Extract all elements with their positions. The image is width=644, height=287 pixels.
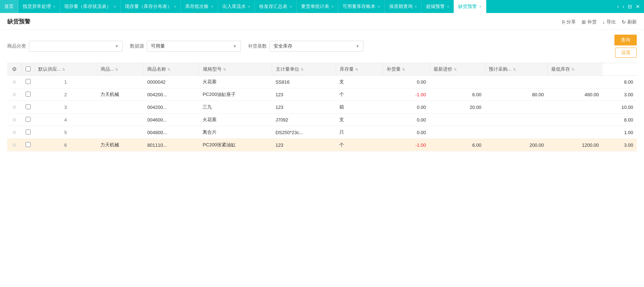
datasource-select[interactable]: 可用量 ▼: [147, 41, 241, 52]
nav-tab-6-close[interactable]: ×: [290, 4, 292, 9]
nav-tab-2[interactable]: 现存量（库存状况表） ×: [60, 0, 120, 13]
nav-tab-3-label: 现存量（库存分布表）: [125, 3, 172, 10]
row-checkbox[interactable]: [26, 79, 31, 84]
nav-tab-5[interactable]: 出入库流水 ×: [218, 0, 255, 13]
th-product-code: 商品... ⇅: [97, 63, 144, 76]
top-nav-bar: 首页 拣货异常处理 × 现存量（库存状况表） × 现存量（库存分布表） × 库存…: [0, 0, 644, 13]
table-row: ⚙ 2力天机械 004200... PC200油缸座子 123 个 -1.00 …: [7, 88, 637, 101]
th-spec-sort[interactable]: 规格型号 ⇅: [203, 66, 268, 72]
export-link[interactable]: ↓ 导出: [602, 19, 616, 25]
th-min-stock-sort[interactable]: 最低库存 ⇅: [551, 66, 599, 72]
th-stock-label: 库存量: [340, 66, 354, 72]
restock-label: 补货: [587, 19, 597, 25]
cell-restock-qty: 6.00: [430, 139, 485, 151]
restock-basis-chevron-icon: ▼: [356, 44, 360, 48]
row-checkbox[interactable]: [26, 104, 31, 109]
row-check-cell: [22, 139, 34, 151]
table-row: ⚙ 1 0000042 火花塞 SS816 支 0.00 8.00: [7, 76, 637, 88]
row-checkbox[interactable]: [26, 92, 31, 97]
nav-tab-8-label: 可用量库存账本: [343, 3, 375, 10]
th-stock-sort[interactable]: 库存量 ⇅: [340, 66, 379, 72]
nav-tab-10-close[interactable]: ×: [447, 4, 449, 9]
nav-tab-6-label: 收发存汇总表: [259, 3, 287, 10]
cell-min-stock: 8.00: [602, 76, 637, 88]
nav-tab-3[interactable]: 现存量（库存分布表） ×: [121, 0, 181, 13]
th-product-name: 商品名称 ⇅: [144, 63, 199, 76]
nav-next-button[interactable]: ›: [621, 3, 626, 10]
product-code-sort-icon: ⇅: [115, 67, 118, 71]
query-button[interactable]: 查询: [614, 35, 637, 45]
nav-tab-4-close[interactable]: ×: [211, 4, 213, 9]
cell-product-name: PC200油缸座子: [199, 88, 272, 101]
nav-tab-11-label: 缺货预警: [458, 3, 477, 10]
cell-estimated-purchase: [547, 126, 602, 139]
th-spec: 规格型号 ⇅: [199, 63, 272, 76]
nav-tab-11[interactable]: 缺货预警 ×: [454, 0, 486, 13]
select-all-checkbox[interactable]: [26, 66, 31, 71]
th-estimated-purchase-label: 预计采购...: [489, 66, 512, 72]
nav-prev-button[interactable]: ‹: [615, 3, 621, 10]
nav-tab-home[interactable]: 首页: [0, 0, 18, 13]
nav-tab-7-close[interactable]: ×: [331, 4, 334, 9]
th-supplier-label: 默认供应...: [38, 66, 61, 72]
estimated-purchase-sort-icon: ⇅: [513, 67, 516, 71]
min-stock-sort-icon: ⇅: [571, 67, 574, 71]
filter-actions: 查询 设置: [614, 35, 637, 58]
cell-spec: 123: [272, 139, 336, 151]
cell-restock-qty: 6.00: [430, 88, 485, 101]
nav-tab-1[interactable]: 拣货异常处理 ×: [18, 0, 60, 13]
nav-close-button[interactable]: ✕: [634, 3, 642, 10]
row-settings-icon: ⚙: [12, 79, 17, 85]
row-checkbox[interactable]: [26, 117, 31, 122]
refresh-label: 刷新: [627, 19, 637, 25]
nav-tab-9[interactable]: 保质期查询 ×: [385, 0, 422, 13]
th-restock-qty-sort[interactable]: 补货量 ⇅: [387, 66, 426, 72]
row-settings-icon: ⚙: [12, 142, 17, 148]
refresh-link[interactable]: ↻ 刷新: [622, 19, 637, 25]
th-product-name-sort[interactable]: 商品名称 ⇅: [147, 66, 195, 72]
nav-tab-5-close[interactable]: ×: [248, 4, 250, 9]
nav-tab-8[interactable]: 可用量库存账本 ×: [338, 0, 384, 13]
row-checkbox[interactable]: [26, 142, 31, 147]
th-supplier-sort[interactable]: 默认供应... ⇅: [38, 66, 93, 72]
latest-price-sort-icon: ⇅: [454, 67, 457, 71]
th-restock-qty: 补货量 ⇅: [383, 63, 430, 76]
nav-tab-8-close[interactable]: ×: [378, 4, 380, 9]
nav-tab-4[interactable]: 库存批次账 ×: [181, 0, 218, 13]
row-gear-cell: ⚙: [7, 76, 22, 88]
category-label: 商品分类: [7, 43, 26, 49]
cell-latest-price: [485, 101, 547, 114]
column-settings-gear-icon[interactable]: ⚙: [12, 66, 17, 72]
cell-row-index: 4: [34, 114, 97, 126]
nav-tab-7[interactable]: 要货单统计表 ×: [297, 0, 338, 13]
row-checkbox[interactable]: [26, 129, 31, 134]
data-table-container: ⚙ 默认供应... ⇅ 商品... ⇅: [0, 63, 644, 151]
cell-min-stock: 10.00: [602, 101, 637, 114]
product-name-sort-icon: ⇅: [167, 67, 170, 71]
nav-tab-3-close[interactable]: ×: [174, 4, 176, 9]
nav-tab-11-close[interactable]: ×: [479, 4, 481, 9]
cell-min-stock: 8.00: [602, 114, 637, 126]
settings-button[interactable]: 设置: [615, 48, 637, 58]
nav-restore-button[interactable]: ⊟: [626, 3, 634, 10]
nav-tab-1-label: 拣货异常处理: [23, 3, 51, 10]
datasource-label: 数据源: [130, 43, 144, 49]
th-estimated-purchase-sort[interactable]: 预计采购... ⇅: [489, 66, 544, 72]
restock-link[interactable]: ⊞ 补货: [582, 19, 597, 25]
th-unit-sort[interactable]: 主计量单位 ⇅: [276, 66, 332, 72]
category-select[interactable]: ▼: [29, 41, 123, 52]
nav-tab-10[interactable]: 超储预警 ×: [422, 0, 454, 13]
nav-tab-home-label: 首页: [4, 3, 14, 10]
row-gear-cell: ⚙: [7, 101, 22, 114]
nav-tab-6[interactable]: 收发存汇总表 ×: [255, 0, 296, 13]
supplier-sort-icon: ⇅: [62, 67, 65, 71]
nav-tab-1-close[interactable]: ×: [53, 4, 55, 9]
table-body: ⚙ 1 0000042 火花塞 SS816 支 0.00 8.00 ⚙ 2力天机…: [7, 76, 637, 151]
nav-tab-2-close[interactable]: ×: [113, 4, 116, 9]
nav-tab-9-close[interactable]: ×: [415, 4, 417, 9]
th-product-code-sort[interactable]: 商品... ⇅: [101, 66, 140, 72]
cell-product-name: 离合片: [199, 126, 272, 139]
restock-basis-select[interactable]: 安全库存 ▼: [270, 41, 364, 52]
share-link[interactable]: ⎘ 分享: [562, 19, 576, 25]
th-latest-price-sort[interactable]: 最新进价 ⇅: [434, 66, 481, 72]
